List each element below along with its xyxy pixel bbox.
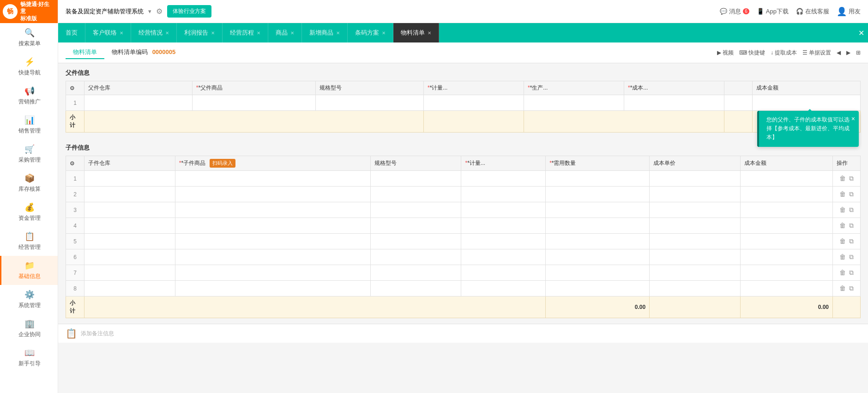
tab-close-icon[interactable]: ✕ [211, 30, 215, 36]
child-unit-cell[interactable] [461, 281, 546, 296]
child-spec-cell[interactable] [370, 187, 461, 202]
child-spec-cell[interactable] [370, 234, 461, 249]
parent-unit-cell[interactable] [423, 95, 524, 111]
online-service-item[interactable]: 🎧 在线客服 [796, 7, 829, 16]
child-qty-cell[interactable] [546, 187, 650, 202]
child-spec-cell[interactable] [370, 171, 461, 187]
delete-icon[interactable]: 🗑 [839, 222, 846, 229]
tab-close-icon[interactable]: ✕ [336, 30, 340, 36]
sidebar-item-enterprise[interactable]: 🏢 企业协同 [0, 314, 58, 343]
child-cost-amount-cell[interactable] [741, 202, 833, 218]
scan-input-button[interactable]: 扫码录入 [210, 159, 235, 168]
child-goods-cell[interactable] [175, 218, 370, 234]
child-spec-cell[interactable] [370, 202, 461, 218]
tab-barcode[interactable]: 条码方案 ✕ [348, 23, 393, 42]
child-unit-price-cell[interactable] [650, 265, 741, 281]
child-qty-cell[interactable] [546, 202, 650, 218]
child-unit-cell[interactable] [461, 187, 546, 202]
sidebar-item-guide[interactable]: 📖 新手引导 [0, 343, 58, 372]
tab-customers[interactable]: 客户联络 ✕ [85, 23, 131, 42]
child-unit-cell[interactable] [461, 234, 546, 249]
child-qty-cell[interactable] [546, 265, 650, 281]
tab-close-icon[interactable]: ✕ [290, 30, 294, 36]
copy-icon[interactable]: ⧉ [849, 237, 854, 245]
tab-history[interactable]: 经营历程 ✕ [223, 23, 268, 42]
view-btn[interactable]: ▶ 视频 [717, 49, 734, 57]
child-warehouse-cell[interactable] [84, 218, 175, 234]
child-warehouse-cell[interactable] [84, 281, 175, 296]
copy-icon[interactable]: ⧉ [849, 206, 854, 213]
delete-icon[interactable]: 🗑 [839, 190, 846, 198]
trial-button[interactable]: 体验行业方案 [167, 5, 211, 18]
child-unit-price-cell[interactable] [650, 187, 741, 202]
child-goods-cell[interactable] [175, 265, 370, 281]
tab-close-icon[interactable]: ✕ [382, 30, 386, 36]
child-unit-cell[interactable] [461, 171, 546, 187]
parent-produce-cell[interactable] [524, 95, 624, 111]
child-cost-amount-cell[interactable] [741, 187, 833, 202]
sidebar-item-search[interactable]: 🔍 搜索菜单 [0, 23, 58, 52]
sidebar-item-quicknav[interactable]: ⚡ 快捷导航 [0, 52, 58, 81]
settings-icon[interactable]: ⚙ [156, 7, 163, 16]
tooltip-close-button[interactable]: × [851, 114, 855, 124]
tab-profit[interactable]: 利润报告 ✕ [177, 23, 223, 42]
shortcut-btn[interactable]: ⌨ 快捷键 [739, 49, 765, 57]
grid-icon[interactable]: ⊞ [856, 49, 861, 56]
tab-close-icon[interactable]: ✕ [165, 30, 169, 36]
user-item[interactable]: 👤 用友 [837, 6, 861, 17]
child-col-settings[interactable]: ⚙ [66, 156, 84, 171]
page-tab-code[interactable]: 物料清单编码 0000005 [104, 46, 183, 59]
close-all-tabs-icon[interactable]: ✕ [855, 29, 868, 37]
child-unit-price-cell[interactable] [650, 234, 741, 249]
message-item[interactable]: 💬 消息 6 [720, 7, 749, 16]
single-settings-btn[interactable]: ☰ 单据设置 [802, 49, 831, 57]
child-unit-price-cell[interactable] [650, 281, 741, 296]
copy-icon[interactable]: ⧉ [849, 175, 854, 182]
tab-bom[interactable]: 物料清单 ✕ [393, 23, 439, 42]
child-warehouse-cell[interactable] [84, 187, 175, 202]
child-cost-amount-cell[interactable] [741, 249, 833, 265]
parent-cost-amount-cell[interactable] [753, 95, 861, 111]
sidebar-item-marketing[interactable]: 📢 营销推广 [0, 81, 58, 110]
parent-goods-cell[interactable] [192, 95, 315, 111]
child-cost-amount-cell[interactable] [741, 171, 833, 187]
delete-icon[interactable]: 🗑 [839, 175, 846, 182]
tab-close-icon[interactable]: ✕ [257, 30, 260, 36]
child-cost-amount-cell[interactable] [741, 218, 833, 234]
sidebar-item-basic-info[interactable]: 📁 基础信息 [0, 256, 58, 285]
child-qty-cell[interactable] [546, 171, 650, 187]
dropdown-icon[interactable]: ▾ [148, 8, 151, 15]
prev-icon[interactable]: ◀ [837, 49, 841, 56]
parent-spec-cell[interactable] [316, 95, 424, 111]
sidebar-item-sales[interactable]: 📊 销售管理 [0, 110, 58, 139]
child-unit-price-cell[interactable] [650, 171, 741, 187]
child-spec-cell[interactable] [370, 281, 461, 296]
child-qty-cell[interactable] [546, 234, 650, 249]
child-unit-price-cell[interactable] [650, 202, 741, 218]
tab-close-icon[interactable]: ✕ [428, 30, 431, 36]
child-warehouse-cell[interactable] [84, 171, 175, 187]
tab-close-icon[interactable]: ✕ [120, 30, 123, 36]
sidebar-item-finance[interactable]: 💰 资金管理 [0, 198, 58, 227]
sidebar-item-system[interactable]: ⚙️ 系统管理 [0, 285, 58, 314]
copy-icon[interactable]: ⧉ [849, 222, 854, 229]
copy-icon[interactable]: ⧉ [849, 284, 854, 292]
child-goods-cell[interactable] [175, 171, 370, 187]
child-warehouse-cell[interactable] [84, 265, 175, 281]
child-unit-price-cell[interactable] [650, 218, 741, 234]
child-spec-cell[interactable] [370, 218, 461, 234]
child-warehouse-cell[interactable] [84, 234, 175, 249]
child-goods-cell[interactable] [175, 234, 370, 249]
child-cost-amount-cell[interactable] [741, 281, 833, 296]
child-spec-cell[interactable] [370, 249, 461, 265]
child-cost-amount-cell[interactable] [741, 234, 833, 249]
child-qty-cell[interactable] [546, 249, 650, 265]
child-cost-amount-cell[interactable] [741, 265, 833, 281]
delete-icon[interactable]: 🗑 [839, 269, 846, 276]
parent-cost-cell[interactable] [624, 95, 724, 111]
copy-icon[interactable]: ⧉ [849, 269, 854, 276]
child-goods-cell[interactable] [175, 202, 370, 218]
child-unit-cell[interactable] [461, 218, 546, 234]
parent-warehouse-cell[interactable] [84, 95, 193, 111]
delete-icon[interactable]: 🗑 [839, 284, 846, 292]
